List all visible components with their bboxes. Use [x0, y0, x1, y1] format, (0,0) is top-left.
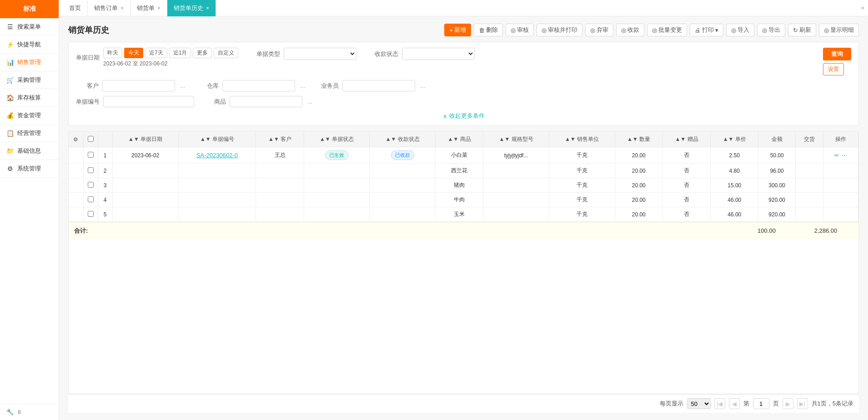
tab-sales-history[interactable]: 销货单历史 ×: [167, 0, 216, 16]
row-checkbox[interactable]: [88, 196, 94, 202]
col-product[interactable]: ▲▼ 商品: [436, 132, 483, 147]
tab-sales-goods[interactable]: 销货单 ×: [130, 0, 167, 16]
sidebar-item-quick-nav[interactable]: ⚡ 快捷导航: [0, 36, 59, 54]
doc-type-filter-field: 单据类型: [256, 48, 356, 60]
next-page-button[interactable]: ▶: [783, 398, 793, 409]
audit-button[interactable]: ◎ 审核: [506, 24, 534, 36]
sidebar-item-finance[interactable]: 💰 资金管理: [0, 107, 59, 125]
col-doc-no[interactable]: ▲▼ 单据编号: [178, 132, 256, 147]
col-gear[interactable]: ⚙: [69, 132, 83, 147]
col-gift[interactable]: ▲▼ 赠品: [662, 132, 710, 147]
table-cell: 20.00: [615, 147, 662, 164]
row-checkbox[interactable]: [88, 182, 94, 188]
doc-status-badge: 已生效: [325, 150, 348, 160]
more-action[interactable]: ⋯: [840, 152, 848, 159]
tab-sales-goods-close[interactable]: ×: [157, 5, 161, 11]
row-checkbox[interactable]: [88, 152, 94, 158]
date-btn-today[interactable]: 今天: [124, 48, 143, 58]
import-button[interactable]: ◎ 导入: [726, 24, 754, 36]
salesperson-input[interactable]: [342, 80, 415, 91]
sidebar-item-sales-mgmt[interactable]: 📊 销售管理: [0, 54, 59, 71]
table-cell: [178, 178, 256, 193]
customer-ellipsis[interactable]: ...: [179, 81, 187, 91]
product-input[interactable]: [230, 96, 302, 107]
collect-button[interactable]: ◎ 收款: [616, 24, 644, 36]
refresh-button[interactable]: ↻ 刷新: [788, 24, 816, 36]
sidebar-item-purchase-mgmt[interactable]: 🛒 采购管理: [0, 71, 59, 89]
page-number-input[interactable]: [753, 398, 769, 409]
edit-action[interactable]: ✏: [833, 152, 840, 159]
col-qty[interactable]: ▲▼ 数量: [615, 132, 662, 147]
date-btn-yesterday[interactable]: 昨天: [103, 48, 122, 58]
date-btn-more[interactable]: 更多: [193, 48, 212, 58]
new-icon: +: [449, 27, 453, 34]
table-cell: [178, 193, 256, 207]
tab-sales-order-close[interactable]: ×: [120, 5, 124, 11]
table-cell: 否: [662, 193, 710, 207]
row-checkbox[interactable]: [88, 211, 94, 217]
col-price[interactable]: ▲▼ 单价: [711, 132, 758, 147]
audit-print-button[interactable]: ◎ 审核并打印: [537, 24, 582, 36]
print-button[interactable]: 🖨 打印 ▾: [690, 24, 723, 36]
sidebar-item-inventory[interactable]: 🏠 库存核算: [0, 89, 59, 107]
settings-icon[interactable]: 🔧: [6, 409, 14, 415]
product-ellipsis[interactable]: ...: [306, 97, 314, 107]
close-all-icon[interactable]: ×: [861, 5, 864, 11]
query-button[interactable]: 查询: [823, 48, 851, 60]
table-cell: tyjyjtyjdf...: [483, 147, 549, 164]
data-table: ⚙ ▲▼ 单据日期 ▲▼ 单据编号 ▲▼ 客户 ▲▼ 单据状态 ▲▼ 收款状态 …: [69, 132, 858, 222]
doc-type-select[interactable]: [284, 48, 356, 60]
salesperson-ellipsis[interactable]: ...: [419, 81, 427, 91]
select-all-checkbox[interactable]: [88, 136, 94, 142]
tabs-end[interactable]: ×: [861, 5, 864, 11]
sidebar-item-label: 系统管理: [17, 165, 41, 173]
last-page-button[interactable]: ▶|: [797, 398, 808, 409]
table-cell: [483, 178, 549, 193]
tab-sales-history-label: 销货单历史: [174, 4, 203, 12]
new-button[interactable]: + 新增: [444, 24, 471, 36]
doc-no-link[interactable]: SA-20230602-0: [196, 152, 238, 159]
col-pay-status[interactable]: ▲▼ 收款状态: [370, 132, 436, 147]
table-cell: [483, 207, 549, 222]
finance-icon: 💰: [6, 112, 14, 119]
per-page-select[interactable]: 50 20 100: [687, 398, 711, 409]
prev-page-button[interactable]: ◀: [729, 398, 740, 409]
customer-input[interactable]: [102, 80, 175, 91]
date-btn-7days[interactable]: 近7天: [145, 48, 167, 58]
col-unit[interactable]: ▲▼ 销售单位: [549, 132, 615, 147]
doc-no-input[interactable]: [103, 96, 194, 107]
abandon-button[interactable]: ◎ 弃审: [585, 24, 613, 36]
date-btn-1month[interactable]: 近1月: [169, 48, 191, 58]
first-page-button[interactable]: |◀: [714, 398, 725, 409]
date-range-display: 2023-06-02 至 2023-06-02: [103, 60, 238, 68]
warehouse-ellipsis[interactable]: ...: [299, 81, 307, 91]
table-cell: 千克: [549, 147, 615, 164]
payment-status-select[interactable]: [402, 48, 475, 60]
product-filter-field: 商品 ...: [203, 96, 314, 107]
delete-button[interactable]: 🗑 删除: [474, 24, 503, 36]
tab-home[interactable]: 首页: [63, 0, 88, 16]
pause-icon[interactable]: ⏸: [16, 409, 22, 415]
sidebar-item-sys-mgmt[interactable]: ⚙ 系统管理: [0, 160, 59, 178]
table-cell: 已收款: [370, 147, 436, 164]
setting-button[interactable]: 设置: [823, 63, 844, 75]
col-doc-status[interactable]: ▲▼ 单据状态: [304, 132, 370, 147]
col-row-num: [98, 132, 112, 147]
col-spec[interactable]: ▲▼ 规格型号: [483, 132, 549, 147]
row-checkbox[interactable]: [88, 167, 94, 173]
sidebar-item-label: 资金管理: [17, 111, 41, 120]
batch-change-button[interactable]: ◎ 批量变更: [647, 24, 687, 36]
warehouse-input[interactable]: [222, 80, 295, 91]
tab-sales-order[interactable]: 销售订单 ×: [88, 0, 130, 16]
sidebar-item-search-menu[interactable]: ☰ 搜索菜单: [0, 18, 59, 36]
sidebar-item-base-info[interactable]: 📁 基础信息: [0, 142, 59, 160]
collapse-button[interactable]: ∧ 收起更多条件: [76, 112, 851, 120]
col-doc-date[interactable]: ▲▼ 单据日期: [112, 132, 178, 147]
tab-sales-history-close[interactable]: ×: [206, 5, 209, 11]
table-cell: [795, 207, 823, 222]
date-btn-custom[interactable]: 自定义: [214, 48, 238, 58]
col-customer[interactable]: ▲▼ 客户: [256, 132, 304, 147]
sidebar-item-operations[interactable]: 📋 经营管理: [0, 125, 59, 142]
show-detail-button[interactable]: ◎ 显示明细: [819, 24, 859, 36]
export-button[interactable]: ◎ 导出: [757, 24, 785, 36]
